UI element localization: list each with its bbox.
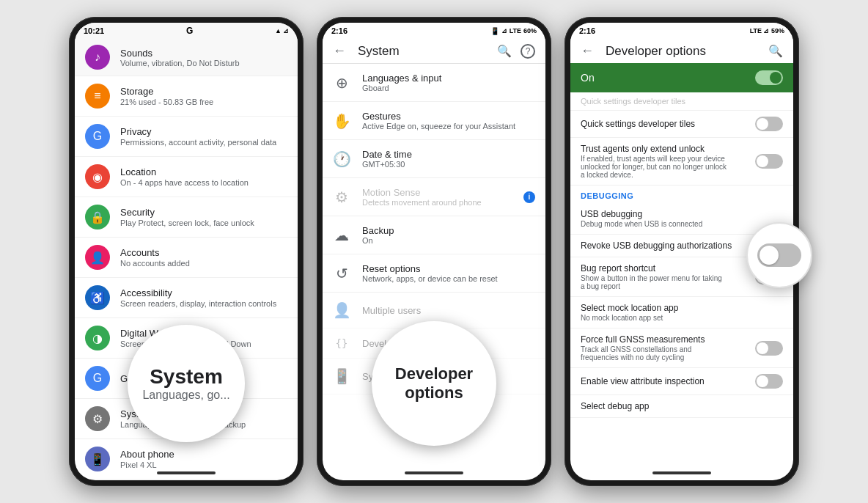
storage-item[interactable]: ≡ Storage 21% used - 50.83 GB free [75, 76, 298, 117]
trust-agents-toggle[interactable] [755, 117, 783, 131]
quick-settings-dev-item[interactable]: Quick settings developer tiles [570, 92, 793, 111]
motion-sense-item[interactable]: ⚙ Motion Sense Detects movement around p… [323, 178, 545, 216]
accessibility-item[interactable]: ♿ Accessibility Screen readers, display,… [75, 278, 298, 318]
reset-options-text: Reset options Network, apps, or device c… [362, 263, 498, 283]
gestures-text: Gestures Active Edge on, squeeze for you… [362, 111, 515, 131]
nav-bar-3 [652, 471, 711, 474]
usb-debug-toggle-large[interactable] [757, 243, 801, 267]
privacy-item[interactable]: G Privacy Permissions, account activity,… [75, 117, 298, 157]
digital-wellbeing-icon: ◑ [85, 326, 110, 350]
trust-agents-toggle-thumb [757, 118, 768, 130]
accounts-item[interactable]: 👤 Accounts No accounts added [75, 238, 298, 278]
dev-options-title: Developer options [606, 44, 757, 59]
backup-item[interactable]: ☁ Backup On [323, 216, 545, 254]
gestures-icon: ✋ [333, 112, 350, 130]
lock-screen-trust-text: Trust agents only extend unlock If enabl… [581, 144, 727, 179]
gnss-toggle[interactable] [755, 341, 783, 356]
developer-options-icon: {} [333, 337, 350, 349]
time-3: 2:16 [579, 26, 595, 35]
bug-report-text: Bug report shortcut Show a button in the… [581, 263, 727, 290]
gnss-toggle-thumb [757, 342, 768, 354]
date-time-text: Date & time GMT+05:30 [362, 149, 412, 169]
languages-icon: ⊕ [333, 74, 350, 92]
status-icons-1: ▲ ⊿ [275, 27, 289, 34]
storage-icon: ≡ [85, 84, 110, 109]
dev-toggle-on[interactable] [755, 70, 783, 85]
header-icons-2: 🔍 ? [497, 44, 535, 59]
security-text: Security Play Protect, screen lock, face… [120, 207, 254, 227]
motion-sense-badge: i [523, 191, 535, 203]
debugging-section-label: DEBUGGING [570, 186, 793, 203]
magnify-text-2: Developer options [374, 364, 494, 403]
tips-support-item[interactable]: ? Tips & support Help articles, phone & … [75, 480, 298, 480]
date-time-item[interactable]: 🕐 Date & time GMT+05:30 [323, 140, 545, 178]
security-item[interactable]: 🔒 Security Play Protect, screen lock, fa… [75, 197, 298, 238]
backup-text: Backup On [362, 225, 394, 245]
date-time-icon: 🕐 [333, 150, 350, 168]
location-item[interactable]: ◉ Location On - 4 apps have access to lo… [75, 157, 298, 197]
back-button-2[interactable]: ← [333, 43, 346, 59]
accessibility-text: Accessibility Screen readers, display, i… [120, 287, 276, 308]
motion-sense-text: Motion Sense Detects movement around pho… [362, 187, 482, 207]
location-icon: ◉ [85, 164, 110, 189]
search-icon-2[interactable]: 🔍 [497, 44, 512, 59]
lock-screen-trust-item[interactable]: Trust agents only extend unlock If enabl… [570, 138, 793, 186]
lock-screen-trust-toggle-thumb [757, 155, 768, 167]
lte-label: LTE [510, 27, 521, 34]
whatsapp-icon: 📱 [490, 27, 499, 35]
storage-text: Storage 21% used - 50.83 GB free [120, 86, 213, 106]
magnify-content-1: System Languages, go... [142, 365, 229, 402]
usb-debugging-text: USB debugging Debug mode when USB is con… [581, 209, 702, 228]
magnify-circle-1: System Languages, go... [128, 325, 245, 442]
lock-screen-trust-toggle[interactable] [755, 154, 783, 169]
dev-on-bar[interactable]: On [570, 63, 793, 92]
dev-options-header: ← Developer options 🔍 [570, 39, 793, 63]
reset-options-item[interactable]: ↺ Reset options Network, apps, or device… [323, 254, 545, 293]
system-screen-header: ← System 🔍 ? [323, 39, 545, 64]
system-screen-title: System [358, 44, 485, 59]
search-icon-3[interactable]: 🔍 [768, 44, 783, 58]
view-attribute-toggle[interactable] [755, 374, 783, 389]
mock-location-text: Select mock location app No mock locatio… [581, 303, 678, 322]
trust-agents-item[interactable]: Quick settings developer tiles [570, 111, 793, 138]
sounds-item[interactable]: ♪ Sounds Volume, vibration, Do Not Distu… [75, 39, 298, 76]
signal-icon: ⊿ [283, 27, 289, 34]
google-icon-status: G [186, 26, 193, 36]
location-text: Location On - 4 apps have access to loca… [120, 166, 249, 187]
wifi-icon: ▲ [275, 27, 282, 34]
view-attribute-item[interactable]: Enable view attribute inspection [570, 368, 793, 395]
gnss-text: Force full GNSS measurements Track all G… [581, 334, 727, 361]
magnify-circle-2: Developer options [372, 321, 496, 446]
phone-1: 10:21 G ▲ ⊿ ♪ Sounds Volume, vibration, … [69, 17, 304, 486]
accessibility-icon: ♿ [85, 285, 110, 310]
phone-3: 2:16 LTE ⊿ 59% ← Developer options 🔍 On [564, 17, 799, 486]
motion-sense-icon: ⚙ [333, 188, 350, 206]
help-icon-2[interactable]: ? [521, 44, 535, 59]
about-phone-icon: 📱 [85, 447, 110, 471]
gnss-item[interactable]: Force full GNSS measurements Track all G… [570, 328, 793, 368]
privacy-icon: G [85, 124, 110, 149]
battery-icon: 60% [523, 27, 537, 34]
select-debug-app-text: Select debug app [581, 401, 649, 411]
sounds-text: Sounds Volume, vibration, Do Not Disturb [120, 48, 240, 67]
time-2: 2:16 [331, 26, 347, 35]
quick-settings-dev-text: Quick settings developer tiles [581, 97, 685, 106]
status-bar-3: 2:16 LTE ⊿ 59% [570, 23, 793, 39]
gestures-item[interactable]: ✋ Gestures Active Edge on, squeeze for y… [323, 102, 545, 140]
phone-2: 2:16 📱 ⊿ LTE 60% ← System 🔍 ? [317, 17, 551, 486]
status-bar-1: 10:21 G ▲ ⊿ [75, 23, 298, 39]
multiple-users-icon: 👤 [333, 301, 350, 319]
revoke-usb-text: Revoke USB debugging authorizations [581, 241, 732, 251]
view-attribute-text: Enable view attribute inspection [581, 376, 705, 386]
languages-input-item[interactable]: ⊕ Languages & input Gboard [323, 64, 545, 102]
mock-location-item[interactable]: Select mock location app No mock locatio… [570, 297, 793, 328]
phone2-wifi-icon: ⊿ [501, 27, 507, 34]
time-1: 10:21 [84, 26, 104, 35]
select-debug-app-item[interactable]: Select debug app [570, 395, 793, 418]
magnify-content-2: Developer options [374, 364, 494, 403]
status-icons-3: LTE ⊿ 59% [750, 27, 784, 34]
multiple-users-text: Multiple users [362, 305, 421, 316]
back-button-3[interactable]: ← [581, 43, 594, 59]
trust-agents-text: Quick settings developer tiles [581, 119, 695, 130]
backup-icon: ☁ [333, 227, 350, 244]
